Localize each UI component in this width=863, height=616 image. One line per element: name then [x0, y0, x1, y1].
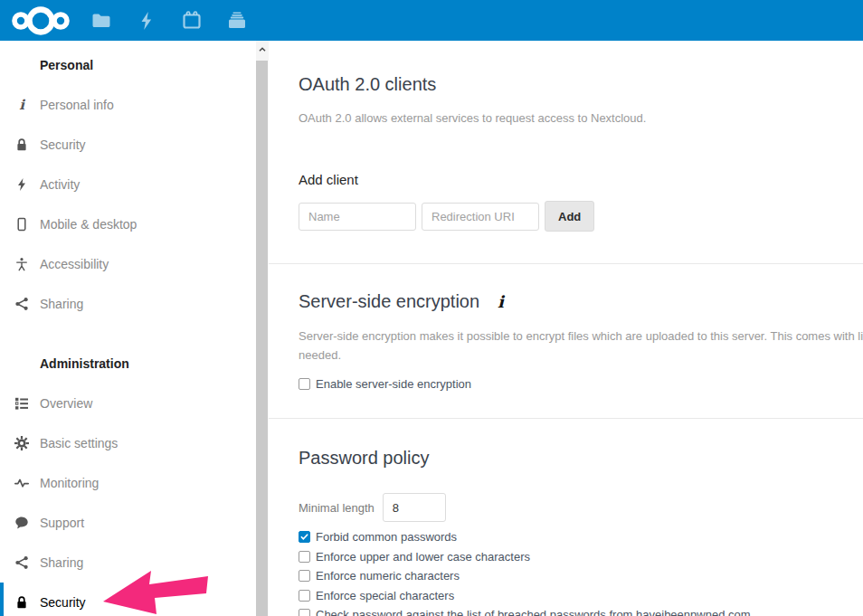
pulse-icon — [14, 476, 29, 490]
settings-sidebar: PersonaliPersonal infoSecurityActivityMo… — [0, 41, 256, 616]
sidebar-heading-personal: Personal — [0, 45, 256, 85]
info-icon[interactable]: i — [498, 292, 504, 311]
checkbox-checked[interactable] — [299, 531, 310, 543]
client-name-input[interactable] — [299, 203, 416, 231]
checkbox-unchecked[interactable] — [299, 551, 310, 563]
gear-icon — [14, 436, 29, 450]
password-policy-section: Password policy Minimal length Forbid co… — [269, 419, 863, 616]
lock-icon — [14, 595, 29, 610]
sidebar-item-label: Accessibility — [40, 257, 109, 271]
oauth-section: OAuth 2.0 clients OAuth 2.0 allows exter… — [269, 41, 863, 263]
sidebar-scrollbar[interactable] — [256, 41, 269, 616]
checkbox-label: Enforce upper and lower case characters — [316, 550, 530, 564]
sidebar-item-label: Basic settings — [40, 436, 118, 450]
accessibility-icon — [14, 257, 29, 271]
password-policy-title: Password policy — [299, 448, 863, 469]
minimal-length-label: Minimal length — [299, 501, 375, 515]
checkbox-label: Enforce numeric characters — [316, 569, 460, 583]
lock-icon — [14, 137, 29, 152]
sidebar-item-label: Sharing — [40, 555, 83, 570]
password-policy-checkbox-row[interactable]: Enforce upper and lower case characters — [299, 550, 863, 564]
checkbox-label: Forbid common passwords — [316, 530, 457, 544]
phone-icon — [14, 217, 29, 232]
lightning-icon — [14, 177, 29, 192]
sidebar-item-label: Security — [40, 595, 86, 610]
add-client-button[interactable]: Add — [545, 201, 594, 232]
enable-encryption-label: Enable server-side encryption — [316, 377, 471, 391]
sidebar-item-personal-info[interactable]: iPersonal info — [0, 85, 256, 125]
sidebar-heading-administration: Administration — [0, 344, 256, 384]
settings-content: OAuth 2.0 clients OAuth 2.0 allows exter… — [269, 41, 863, 616]
list-icon — [14, 396, 29, 411]
redirect-uri-input[interactable] — [422, 203, 539, 231]
sidebar-item-overview[interactable]: Overview — [0, 384, 256, 423]
sidebar-item-activity[interactable]: Activity — [0, 165, 256, 204]
minimal-length-input[interactable] — [383, 493, 446, 522]
password-policy-checkbox-row[interactable]: Check password against the list of breac… — [299, 608, 863, 616]
checkbox-unchecked[interactable] — [299, 378, 310, 390]
sidebar-item-label: Monitoring — [40, 476, 99, 490]
checkbox-unchecked[interactable] — [299, 590, 310, 602]
top-header-bar — [0, 0, 863, 41]
sidebar-item-monitoring[interactable]: Monitoring — [0, 463, 256, 503]
encryption-section-title: Server-side encryption — [299, 291, 479, 311]
password-policy-checkbox-row[interactable]: Enforce special characters — [299, 589, 863, 602]
add-client-row: Add — [299, 201, 863, 232]
sidebar-item-label: Sharing — [40, 297, 83, 311]
oauth-description: OAuth 2.0 allows external services to re… — [299, 109, 863, 128]
checkbox-unchecked[interactable] — [299, 570, 310, 582]
checkbox-label: Check password against the list of breac… — [316, 608, 751, 616]
encryption-section: Server-side encryptioni Server-side encr… — [269, 264, 863, 418]
sidebar-item-label: Overview — [40, 396, 92, 411]
password-policy-options: Forbid common passwordsEnforce upper and… — [299, 530, 863, 616]
scrollbar-thumb[interactable] — [256, 61, 268, 616]
sidebar-item-label: Activity — [40, 177, 80, 192]
scroll-up-button[interactable] — [256, 41, 269, 61]
share-icon — [14, 297, 29, 311]
sidebar-item-mobile-desktop[interactable]: Mobile & desktop — [0, 204, 256, 244]
sidebar-item-label: Support — [40, 516, 84, 530]
app-menu — [90, 10, 271, 32]
add-client-label: Add client — [299, 172, 863, 187]
sidebar-item-support[interactable]: Support — [0, 503, 256, 543]
sidebar-item-label: Security — [40, 137, 86, 152]
sidebar-item-basic-settings[interactable]: Basic settings — [0, 423, 256, 463]
nextcloud-logo[interactable] — [12, 5, 70, 37]
app-button-folder-icon[interactable] — [90, 10, 112, 32]
share-icon — [14, 555, 29, 570]
checkbox-unchecked[interactable] — [299, 609, 310, 616]
app-button-calendar-icon[interactable] — [181, 10, 203, 32]
app-button-lightning-icon[interactable] — [136, 10, 157, 32]
chevron-up-icon — [257, 43, 268, 59]
encryption-description: Server-side encryption makes it possible… — [299, 327, 863, 365]
sidebar-item-accessibility[interactable]: Accessibility — [0, 244, 256, 284]
minimal-length-row: Minimal length — [299, 493, 863, 522]
password-policy-checkbox-row[interactable]: Forbid common passwords — [299, 530, 863, 544]
enable-encryption-checkbox-row[interactable]: Enable server-side encryption — [299, 377, 863, 391]
sidebar-item-sharing[interactable]: Sharing — [0, 543, 256, 583]
checkbox-label: Enforce special characters — [316, 589, 454, 602]
speech-bubble-icon — [14, 516, 29, 530]
sidebar-item-label: Personal info — [40, 98, 114, 112]
sidebar-item-security[interactable]: Security — [0, 583, 256, 616]
info-icon: i — [14, 98, 29, 112]
sidebar-item-sharing[interactable]: Sharing — [0, 284, 256, 324]
password-policy-checkbox-row[interactable]: Enforce numeric characters — [299, 569, 863, 583]
sidebar-item-label: Mobile & desktop — [40, 217, 137, 232]
sidebar-item-security[interactable]: Security — [0, 125, 256, 165]
app-button-stack-icon[interactable] — [226, 10, 248, 32]
oauth-section-title: OAuth 2.0 clients — [299, 74, 863, 95]
